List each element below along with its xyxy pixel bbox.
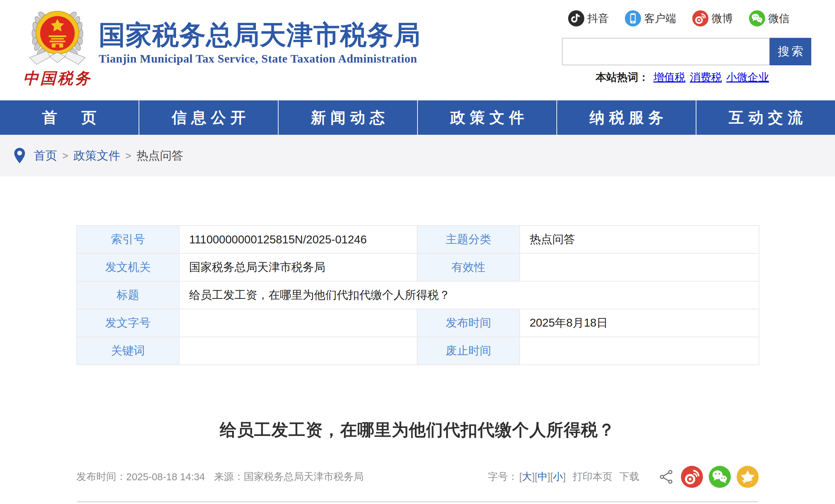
meta-row-doc-number: 发文字号 发布时间 2025年8月18日: [77, 309, 759, 337]
share-wechat-button[interactable]: [709, 466, 731, 488]
meta-value-doc-number: [179, 309, 417, 337]
site-header: 中国税务 国家税务总局天津市税务局 Tianjin Municipal Tax …: [0, 0, 835, 100]
site-subtitle: Tianjin Municipal Tax Service, State Tax…: [99, 52, 421, 65]
social-label: 微博: [712, 11, 733, 26]
meta-row-issuer: 发文机关 国家税务总局天津市税务局 有效性: [77, 253, 759, 281]
font-size-controls: [大][中][小]: [519, 470, 566, 484]
nav-item-news[interactable]: 新闻动态: [278, 100, 417, 135]
meta-row-index: 索引号 11100000000125815N/2025-01246 主题分类 热…: [77, 226, 759, 253]
download-button[interactable]: 下载: [619, 470, 639, 484]
publish-time-label: 发布时间：: [76, 470, 126, 484]
meta-value-repeal-date: [520, 337, 759, 365]
hot-word-link-consumption-tax[interactable]: 消费税: [690, 70, 722, 85]
weibo-share-icon: [681, 466, 703, 488]
font-size-large-button[interactable]: 大: [522, 470, 532, 484]
nav-item-info-disclosure[interactable]: 信息公开: [139, 100, 278, 135]
font-size-label: 字号：: [488, 470, 518, 484]
hot-word-link-vat[interactable]: 增值税: [653, 70, 685, 85]
meta-label-topic-category: 主题分类: [417, 226, 520, 253]
share-weibo-button[interactable]: [681, 466, 703, 488]
social-link-client-app[interactable]: 客户端: [625, 10, 676, 26]
meta-label-index-number: 索引号: [77, 226, 179, 253]
bracket: [: [535, 471, 538, 483]
hot-word-link-small-business[interactable]: 小微企业: [726, 70, 769, 85]
nav-item-tax-services[interactable]: 纳税服务: [556, 100, 696, 135]
social-link-douyin[interactable]: 抖音: [568, 10, 609, 26]
social-links: 抖音 客户端 微博: [568, 10, 790, 26]
weibo-icon: [692, 10, 708, 26]
hot-words-label: 本站热词：: [596, 70, 649, 85]
breadcrumb-link-home[interactable]: 首页: [34, 148, 57, 164]
bracket: ]: [547, 471, 550, 483]
bracket: ]: [532, 471, 535, 483]
search-input[interactable]: [562, 38, 770, 65]
social-link-weibo[interactable]: 微博: [692, 10, 733, 26]
publish-time-value: 2025-08-18 14:34: [126, 471, 205, 483]
article-title: 给员工发工资，在哪里为他们代扣代缴个人所得税？: [76, 419, 759, 441]
meta-row-title: 标题 给员工发工资，在哪里为他们代扣代缴个人所得税？: [77, 281, 759, 309]
wechat-share-icon: [709, 466, 731, 488]
meta-label-doc-number: 发文字号: [77, 309, 179, 337]
breadcrumb-current-page: 热点问答: [137, 148, 183, 164]
font-size-small-button[interactable]: 小: [553, 470, 563, 484]
share-button[interactable]: [659, 469, 675, 485]
bracket: [: [550, 471, 553, 483]
share-icon: [659, 469, 675, 485]
site-title: 国家税务总局天津市税务局: [99, 20, 421, 50]
meta-label-repeal-date: 废止时间: [417, 337, 520, 365]
search-button[interactable]: 搜索: [770, 38, 811, 65]
search-bar: 搜索: [562, 38, 811, 65]
print-page-button[interactable]: 打印本页: [573, 470, 612, 484]
social-label: 抖音: [587, 11, 609, 26]
share-buttons: [659, 466, 759, 488]
qzone-star-icon: [737, 466, 759, 488]
social-label: 微信: [768, 11, 790, 26]
source-label: 来源：: [214, 470, 244, 484]
client-app-icon: [625, 10, 641, 26]
meta-label-validity: 有效性: [417, 253, 520, 281]
site-title-block: 国家税务总局天津市税务局 Tianjin Municipal Tax Servi…: [99, 20, 421, 65]
social-label: 客户端: [644, 11, 676, 26]
meta-label-publish-date: 发布时间: [417, 309, 520, 337]
tax-emblem-icon: [22, 6, 93, 69]
article-publish-info: 发布时间： 2025-08-18 14:34 来源： 国家税务总局天津市税务局: [76, 470, 364, 484]
wechat-icon: [749, 10, 765, 26]
content-divider: [77, 501, 758, 502]
location-pin-icon: [13, 147, 26, 164]
meta-value-issuing-agency: 国家税务总局天津市税务局: [179, 253, 417, 281]
social-link-wechat[interactable]: 微信: [749, 10, 790, 26]
meta-label-keywords: 关键词: [77, 337, 179, 365]
bracket: [: [519, 471, 522, 483]
document-meta-table: 索引号 11100000000125815N/2025-01246 主题分类 热…: [76, 225, 759, 365]
meta-value-title: 给员工发工资，在哪里为他们代扣代缴个人所得税？: [179, 281, 759, 309]
font-size-medium-button[interactable]: 中: [538, 470, 547, 484]
meta-value-publish-date: 2025年8月18日: [520, 309, 759, 337]
bracket: ]: [563, 471, 566, 483]
meta-value-topic-category: 热点问答: [520, 226, 759, 253]
meta-row-keywords: 关键词 废止时间: [77, 337, 759, 365]
meta-value-keywords: [179, 337, 417, 365]
article-meta-row: 发布时间： 2025-08-18 14:34 来源： 国家税务总局天津市税务局 …: [76, 463, 759, 490]
meta-label-issuing-agency: 发文机关: [77, 253, 179, 281]
article-tools: 字号： [大][中][小] 打印本页 下载: [488, 466, 759, 488]
site-logo[interactable]: 中国税务: [21, 6, 94, 89]
douyin-icon: [568, 10, 584, 26]
share-qzone-button[interactable]: [737, 466, 759, 488]
nav-item-interaction[interactable]: 互动交流: [696, 100, 835, 135]
hot-words: 本站热词： 增值税 消费税 小微企业: [596, 70, 769, 85]
meta-value-validity: [520, 253, 759, 281]
logo-script-text: 中国税务: [21, 68, 94, 89]
breadcrumb-separator: >: [62, 150, 68, 162]
breadcrumb-link-policy-documents[interactable]: 政策文件: [74, 148, 120, 164]
meta-value-index-number: 11100000000125815N/2025-01246: [179, 226, 417, 253]
breadcrumb-separator: >: [126, 150, 132, 162]
meta-label-title: 标题: [77, 281, 179, 309]
source-value: 国家税务总局天津市税务局: [244, 470, 364, 484]
nav-item-home[interactable]: 首 页: [0, 100, 139, 135]
nav-item-policy-documents[interactable]: 政策文件: [417, 100, 556, 135]
breadcrumb: 首页 > 政策文件 > 热点问答: [0, 135, 835, 176]
main-nav: 首 页 信息公开 新闻动态 政策文件 纳税服务 互动交流: [0, 100, 835, 135]
